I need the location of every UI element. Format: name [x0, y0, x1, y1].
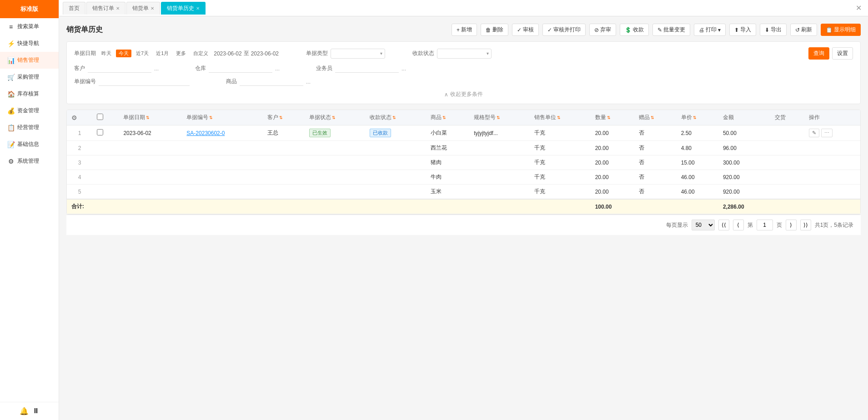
sidebar-item-sales-mgmt[interactable]: 📊 销售管理 [0, 52, 59, 69]
th-customer[interactable]: 客户⇅ [263, 110, 305, 125]
th-doc-status[interactable]: 单据状态⇅ [305, 110, 365, 125]
warehouse-label: 仓库 [195, 65, 206, 72]
refresh-button[interactable]: ↺ 刷新 [790, 24, 817, 36]
salesman-input[interactable] [335, 64, 399, 73]
row-amount: 920.00 [718, 170, 770, 185]
row-checkbox [92, 125, 119, 141]
row-customer [263, 155, 305, 170]
th-payment-status[interactable]: 收款状态⇅ [365, 110, 426, 125]
sidebar-item-inventory[interactable]: 🏠 库存核算 [0, 85, 59, 102]
date-tab-custom[interactable]: 自定义 [191, 50, 211, 57]
sidebar-item-base-info[interactable]: 📝 基础信息 [0, 136, 59, 153]
page-content: 销货单历史 + 新增 🗑 删除 ✓ 审核 ✓ 审核并打印 [59, 16, 868, 420]
sort-icon-price: ⇅ [693, 115, 697, 120]
sidebar-item-system-mgmt[interactable]: ⚙ 系统管理 [0, 153, 59, 170]
th-unit[interactable]: 销售单位⇅ [530, 110, 590, 125]
row-goods: 牛肉 [426, 170, 470, 185]
purchase-mgmt-icon: 🛒 [7, 74, 15, 81]
warehouse-input[interactable] [209, 64, 272, 73]
edit-button[interactable]: ✎ [809, 129, 819, 137]
row-qty: 20.00 [591, 125, 635, 141]
sidebar-item-search-menu[interactable]: ≡ 搜索菜单 [0, 18, 59, 35]
tab-sales-goods-close[interactable]: ✕ [151, 6, 154, 11]
th-qty[interactable]: 数量⇅ [591, 110, 635, 125]
doc-type-label: 单据类型 [306, 50, 328, 57]
sort-icon-qty: ⇅ [607, 115, 611, 120]
delete-button[interactable]: 🗑 删除 [481, 24, 508, 36]
sidebar-item-quick-nav[interactable]: ⚡ 快捷导航 [0, 35, 59, 52]
row-price: 2.50 [677, 125, 718, 141]
filter-row-1: 单据日期 昨天 今天 近7天 近1月 更多 自定义 2023-06-02 至 2… [74, 47, 853, 60]
more-button[interactable]: ⋯ [821, 129, 833, 137]
th-doc-no[interactable]: 单据编号⇅ [182, 110, 263, 125]
query-button[interactable]: 查询 [808, 47, 829, 60]
select-all-checkbox[interactable] [97, 114, 103, 120]
doc-no-input[interactable] [99, 77, 190, 86]
abandon-button[interactable]: ⊘ 弃审 [589, 24, 616, 36]
th-price[interactable]: 单价⇅ [677, 110, 718, 125]
tab-bar-close-all[interactable]: ✕ [853, 3, 864, 13]
table-settings-icon[interactable]: ⚙ [71, 114, 77, 121]
goods-input[interactable] [240, 77, 303, 86]
show-detail-button[interactable]: 📋 显示明细 [821, 24, 861, 36]
th-spec[interactable]: 规格型号⇅ [469, 110, 530, 125]
tab-bar-end: ✕ [853, 3, 864, 13]
date-tab-7days[interactable]: 近7天 [133, 50, 151, 57]
date-tab-more[interactable]: 更多 [173, 50, 189, 57]
salesman-dots[interactable]: ... [401, 65, 406, 72]
per-page-select[interactable]: 50 20 100 [692, 220, 715, 230]
date-tab-yesterday[interactable]: 昨天 [99, 50, 114, 57]
export-button[interactable]: ⬇ 导出 [760, 24, 787, 36]
row-spec [469, 170, 530, 185]
next-page-button[interactable]: ⟩ [786, 220, 797, 230]
tab-sales-history-close[interactable]: ✕ [196, 6, 200, 11]
payment-status-select[interactable] [437, 49, 492, 59]
row-action [804, 185, 860, 200]
audit-button[interactable]: ✓ 审核 [512, 24, 539, 36]
warehouse-dots[interactable]: ... [275, 65, 280, 72]
row-goods: 猪肉 [426, 155, 470, 170]
tab-home[interactable]: 首页 [63, 2, 85, 15]
sidebar-item-finance[interactable]: 💰 资金管理 [0, 102, 59, 119]
date-tab-1month[interactable]: 近1月 [153, 50, 171, 57]
row-number: 3 [67, 155, 92, 170]
th-settings[interactable]: ⚙ [67, 110, 92, 125]
sidebar-logo: 标准版 [0, 0, 59, 18]
th-gift[interactable]: 赠品⇅ [634, 110, 676, 125]
payment-button[interactable]: 💲 收款 [620, 24, 649, 36]
tab-sales-order-close[interactable]: ✕ [116, 6, 120, 11]
prev-page-button[interactable]: ⟨ [733, 220, 744, 230]
batch-change-button[interactable]: ✎ 批量变更 [652, 24, 690, 36]
notification-icon[interactable]: 🔔 [20, 407, 29, 415]
th-doc-date[interactable]: 单据日期⇅ [119, 110, 182, 125]
th-goods[interactable]: 商品⇅ [426, 110, 470, 125]
pause-icon[interactable]: ⏸ [32, 407, 40, 415]
last-page-button[interactable]: ⟩⟩ [800, 220, 811, 230]
row-select-checkbox[interactable] [97, 129, 103, 135]
settings-filter-button[interactable]: 设置 [832, 47, 853, 60]
sidebar-item-operations[interactable]: 📋 经营管理 [0, 119, 59, 136]
first-page-button[interactable]: ⟨⟨ [718, 220, 729, 230]
doc-no-link[interactable]: SA-20230602-0 [186, 130, 225, 136]
customer-input[interactable] [88, 64, 151, 73]
goods-dots[interactable]: ... [306, 79, 311, 85]
audit-print-button[interactable]: ✓ 审核并打印 [542, 24, 586, 36]
row-doc-date [119, 185, 182, 200]
tab-sales-goods-label: 销货单 [132, 5, 149, 12]
sidebar-item-purchase-mgmt[interactable]: 🛒 采购管理 [0, 69, 59, 85]
filter-doc-no: 单据编号 [74, 77, 190, 86]
doc-status-badge: 已生效 [309, 129, 331, 137]
tab-sales-goods[interactable]: 销货单 ✕ [126, 2, 160, 15]
filter-doc-type: 单据类型 [306, 49, 385, 59]
tab-sales-order[interactable]: 销售订单 ✕ [86, 2, 125, 15]
new-button[interactable]: + 新增 [452, 24, 477, 36]
page-number-input[interactable] [757, 220, 773, 230]
collapse-button[interactable]: ∧ 收起更多条件 [74, 90, 853, 98]
import-button[interactable]: ⬆ 导入 [729, 24, 756, 36]
row-doc-status: 已生效 [305, 125, 365, 141]
customer-dots[interactable]: ... [154, 65, 159, 72]
print-button[interactable]: 🖨 打印 ▾ [694, 24, 726, 36]
date-tab-today[interactable]: 今天 [116, 50, 131, 57]
tab-sales-history[interactable]: 销货单历史 ✕ [161, 2, 206, 15]
doc-type-select[interactable] [331, 49, 385, 59]
